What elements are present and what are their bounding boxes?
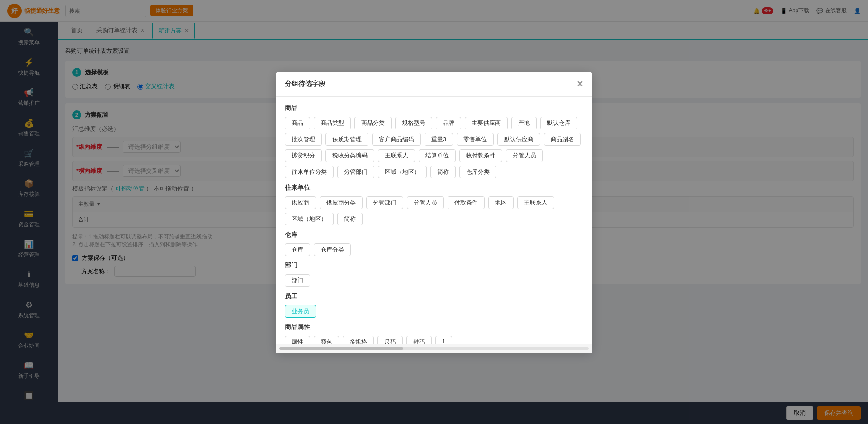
section-title-partner: 往来单位	[285, 184, 583, 192]
field-tag-warehouse-1[interactable]: 仓库分类	[314, 243, 351, 256]
field-tags-goods: 商品 商品类型 商品分类 规格型号 品牌 主要供应商 产地 默认仓库 批次管理 …	[285, 117, 583, 178]
modal-body[interactable]: 商品 商品 商品类型 商品分类 规格型号 品牌 主要供应商 产地 默认仓库 批次…	[276, 97, 592, 344]
field-tag-goods-6[interactable]: 产地	[511, 117, 537, 129]
field-tag-goods-0[interactable]: 商品	[285, 117, 310, 129]
field-tag-attr-4[interactable]: 鞋码	[406, 336, 432, 344]
field-tag-goods-22[interactable]: 分管部门	[337, 166, 374, 178]
field-tag-goods-3[interactable]: 规格型号	[395, 117, 432, 129]
field-tag-goods-25[interactable]: 仓库分类	[459, 166, 496, 178]
field-tag-goods-5[interactable]: 主要供应商	[465, 117, 508, 129]
modal-header: 分组待选字段 ✕	[276, 72, 592, 97]
field-tag-partner-0[interactable]: 供应商	[285, 196, 316, 209]
scroll-thumb	[279, 347, 403, 350]
field-tag-partner-4[interactable]: 付款条件	[448, 196, 485, 209]
modal-close-button[interactable]: ✕	[576, 79, 583, 89]
modal-overlay: 分组待选字段 ✕ 商品 商品 商品类型 商品分类 规格型号 品牌 主要供应商 产…	[0, 0, 868, 424]
field-tag-goods-14[interactable]: 商品别名	[544, 133, 581, 146]
field-tag-goods-2[interactable]: 商品分类	[354, 117, 392, 129]
field-tag-partner-8[interactable]: 简称	[337, 213, 363, 225]
field-tags-warehouse: 仓库 仓库分类	[285, 243, 583, 256]
field-tag-goods-16[interactable]: 税收分类编码	[326, 149, 374, 162]
scroll-track	[279, 347, 589, 350]
field-tag-attr-5[interactable]: 1	[435, 336, 452, 344]
field-tags-dept: 部门	[285, 274, 583, 287]
field-tag-partner-3[interactable]: 分管人员	[407, 196, 444, 209]
field-tag-goods-23[interactable]: 区域（地区）	[378, 166, 427, 178]
field-tag-goods-20[interactable]: 分管人员	[506, 149, 543, 162]
field-tag-goods-24[interactable]: 简称	[430, 166, 456, 178]
section-title-dept: 部门	[285, 262, 583, 270]
field-tag-goods-12[interactable]: 零售单位	[457, 133, 494, 146]
field-tag-attr-3[interactable]: 尺码	[377, 336, 403, 344]
field-tag-partner-7[interactable]: 区域（地区）	[285, 213, 334, 225]
field-tag-goods-17[interactable]: 主联系人	[378, 149, 415, 162]
field-tag-employee-0[interactable]: 业务员	[285, 305, 316, 318]
field-tag-attr-1[interactable]: 颜色	[314, 336, 339, 344]
section-title-employee: 员工	[285, 292, 583, 300]
field-tag-goods-19[interactable]: 收付款条件	[459, 149, 502, 162]
modal-dialog: 分组待选字段 ✕ 商品 商品 商品类型 商品分类 规格型号 品牌 主要供应商 产…	[276, 72, 592, 353]
field-tag-attr-2[interactable]: 多规格	[343, 336, 374, 344]
field-tag-goods-15[interactable]: 拣货积分	[285, 149, 322, 162]
field-tag-partner-1[interactable]: 供应商分类	[320, 196, 363, 209]
field-tag-partner-2[interactable]: 分管部门	[366, 196, 403, 209]
field-tag-goods-10[interactable]: 客户商品编码	[372, 133, 421, 146]
field-tag-goods-11[interactable]: 重量3	[425, 133, 453, 146]
field-tag-warehouse-0[interactable]: 仓库	[285, 243, 310, 256]
section-title-goods: 商品	[285, 104, 583, 112]
field-tag-partner-5[interactable]: 地区	[488, 196, 514, 209]
field-tags-employee: 业务员	[285, 305, 583, 318]
field-tag-goods-21[interactable]: 往来单位分类	[285, 166, 334, 178]
field-tag-goods-13[interactable]: 默认供应商	[497, 133, 540, 146]
field-tag-goods-9[interactable]: 保质期管理	[326, 133, 368, 146]
field-tag-goods-1[interactable]: 商品类型	[314, 117, 351, 129]
field-tag-dept-0[interactable]: 部门	[285, 274, 310, 287]
section-title-warehouse: 仓库	[285, 231, 583, 239]
field-tag-goods-18[interactable]: 结算单位	[419, 149, 456, 162]
field-tag-attr-0[interactable]: 属性	[285, 336, 310, 344]
field-tag-goods-7[interactable]: 默认仓库	[540, 117, 577, 129]
field-tag-partner-6[interactable]: 主联系人	[517, 196, 554, 209]
modal-scrollbar[interactable]	[276, 344, 592, 353]
field-tags-partner: 供应商 供应商分类 分管部门 分管人员 付款条件 地区 主联系人 区域（地区） …	[285, 196, 583, 225]
modal-title: 分组待选字段	[285, 80, 326, 88]
field-tag-goods-4[interactable]: 品牌	[436, 117, 461, 129]
field-tag-goods-8[interactable]: 批次管理	[285, 133, 322, 146]
section-title-attr: 商品属性	[285, 323, 583, 331]
field-tags-attr: 属性 颜色 多规格 尺码 鞋码 1	[285, 336, 583, 344]
